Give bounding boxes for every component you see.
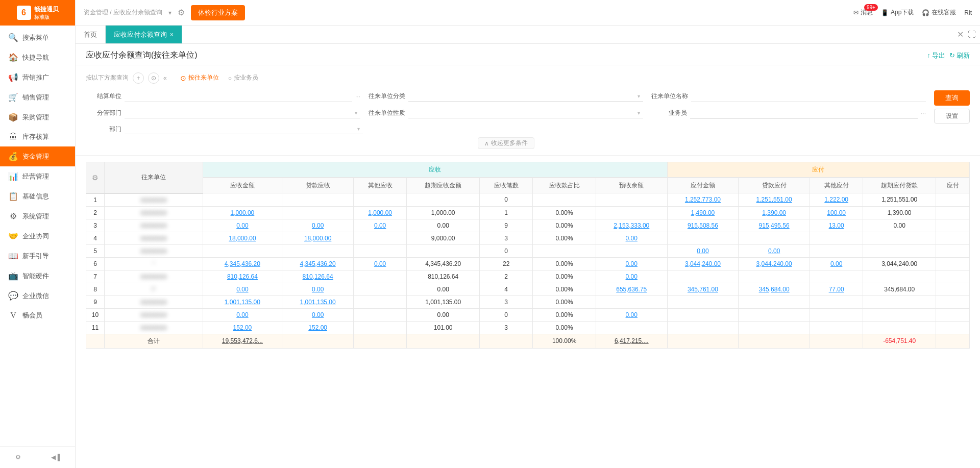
sidebar-item-marketing[interactable]: 📢 营销推广 (0, 67, 75, 87)
cell-link[interactable]: 0.00 (626, 260, 638, 267)
salesman-input[interactable] (690, 107, 918, 119)
row-rec-other (353, 232, 406, 244)
cell-link[interactable]: 0.00 (626, 311, 638, 318)
cell-link[interactable]: 3,044,240.00 (756, 260, 792, 267)
cell-link[interactable]: 1,001,135.00 (225, 299, 260, 306)
cell-link[interactable]: 1,000.00 (368, 209, 392, 216)
cell-link[interactable]: 1,390.00 (762, 209, 786, 216)
partner-category-select[interactable]: ▾ (408, 91, 643, 102)
cell-link[interactable]: 18,000.00 (304, 235, 331, 242)
tab-close-all-icon[interactable]: ✕ (957, 30, 964, 39)
sidebar-item-guide[interactable]: 📖 新手引导 (0, 246, 75, 266)
sidebar-item-system[interactable]: ⚙ 系统管理 (0, 206, 75, 226)
cell-link[interactable]: 0.00 (374, 260, 386, 267)
cell-link[interactable]: 18,000.00 (229, 235, 256, 242)
cell-link[interactable]: 0.00 (830, 260, 842, 267)
cell-link[interactable]: 0.00 (312, 286, 324, 293)
cell-link[interactable]: 655,636.75 (616, 286, 647, 293)
cell-link[interactable]: 0.00 (768, 248, 780, 255)
sidebar-collapse-btn[interactable]: ◀▐ (46, 451, 65, 464)
collapse-button[interactable]: ∧ 收起更多条件 (478, 137, 534, 149)
sidebar-item-member[interactable]: V 畅会员 (0, 306, 75, 325)
cell-link[interactable]: 3,044,240.00 (685, 260, 721, 267)
filter-collapse-button[interactable]: « (163, 75, 167, 82)
dept-manage-select[interactable]: ▾ (125, 108, 360, 118)
row-rec-prepay (596, 244, 667, 257)
cell-link[interactable]: 0.00 (236, 222, 248, 229)
sidebar-item-collab[interactable]: 🤝 企业协同 (0, 226, 75, 246)
cell-link[interactable]: 915,495.56 (759, 222, 790, 229)
settlement-ellipsis-icon[interactable]: ··· (355, 93, 360, 100)
cell-link[interactable]: 1,000.00 (231, 209, 255, 216)
cell-link[interactable]: 1,252,773.00 (685, 196, 721, 203)
cell-link[interactable]: 0.00 (697, 248, 708, 255)
dept-select[interactable]: ▾ (125, 124, 363, 134)
sidebar-item-hardware[interactable]: 📺 智能硬件 (0, 266, 75, 286)
app-download-button[interactable]: 📱 App下载 (881, 8, 914, 17)
sidebar-item-finance[interactable]: 💰 资金管理 (0, 146, 75, 166)
salesman-ellipsis-icon[interactable]: ··· (921, 110, 926, 117)
row-rec-overdue: 101.00 (407, 321, 480, 334)
settlement-input[interactable] (125, 90, 352, 102)
query-button[interactable]: 查询 (934, 90, 970, 106)
header-gear-icon[interactable]: ⚙ (178, 8, 185, 17)
cell-link[interactable]: 0.00 (626, 235, 638, 242)
cell-link[interactable]: 1,490.00 (691, 209, 715, 216)
sidebar-item-wechat[interactable]: 💬 企业微信 (0, 286, 75, 306)
cell-link[interactable]: 345,684.00 (759, 286, 790, 293)
cell-link[interactable]: 0.00 (236, 311, 248, 318)
cell-link[interactable]: 0.00 (626, 273, 638, 280)
sidebar-item-nav[interactable]: 🏠 快捷导航 (0, 47, 75, 67)
cell-link[interactable]: 345,761.00 (688, 286, 718, 293)
cell-link[interactable]: 152.00 (233, 324, 252, 331)
cell-link[interactable]: 77.00 (829, 286, 844, 293)
row-pay-other (810, 308, 863, 321)
sidebar-item-sales[interactable]: 🛒 销售管理 (0, 87, 75, 107)
sidebar-item-inventory[interactable]: 🏛 库存核算 (0, 127, 75, 146)
user-menu[interactable]: Rit (964, 9, 972, 16)
solution-button[interactable]: 体验行业方案 (191, 5, 245, 20)
filter-scheme-partner[interactable]: ⊙ 按往来单位 (175, 71, 224, 84)
tab-expand-icon[interactable]: ⛶ (968, 30, 976, 39)
tab-receivable[interactable]: 应收应付余额查询 × (106, 26, 182, 43)
online-service-button[interactable]: 🎧 在线客服 (922, 8, 956, 17)
cell-link[interactable]: 0.00 (312, 311, 324, 318)
cell-link[interactable]: 0.00 (236, 286, 248, 293)
tab-home[interactable]: 首页 (76, 26, 106, 43)
table-settings-icon[interactable]: ⚙ (92, 174, 99, 182)
message-button[interactable]: ✉ 消息 99+ (853, 8, 873, 17)
cell-link[interactable]: 0.00 (374, 222, 386, 229)
row-pay-other (810, 244, 863, 257)
cell-link[interactable]: 4,345,436.20 (300, 260, 336, 267)
cell-link[interactable]: 1,001,135.00 (300, 299, 336, 306)
filter-scheme-salesman[interactable]: ○ 按业务员 (228, 73, 258, 82)
footer-rec-amount[interactable]: 19,553,472,6... (203, 334, 282, 348)
cell-link[interactable]: 1,222.00 (824, 196, 848, 203)
cell-link[interactable]: 0.00 (312, 222, 324, 229)
cell-link[interactable]: 915,508.56 (688, 222, 718, 229)
cell-link[interactable]: 152.00 (308, 324, 327, 331)
export-button[interactable]: ↑ 导出 (927, 51, 946, 60)
footer-rec-prepay[interactable]: 6,417,215.... (596, 334, 667, 348)
row-partner: P (105, 283, 203, 295)
tab-close-icon[interactable]: × (170, 31, 174, 38)
settings-button[interactable]: 设置 (934, 109, 970, 124)
breadcrumb-dropdown-icon[interactable]: ▾ (168, 9, 172, 16)
cell-link[interactable]: 810,126.64 (303, 273, 333, 280)
cell-link[interactable]: 4,345,436.20 (225, 260, 260, 267)
filter-add-button[interactable]: + (133, 72, 144, 84)
cell-link[interactable]: 13.00 (829, 222, 844, 229)
filter-scheme-settings[interactable]: ⊙ (148, 72, 159, 84)
cell-link[interactable]: 2,153,333.00 (614, 222, 649, 229)
cell-link[interactable]: 100.00 (827, 209, 846, 216)
partner-name-input[interactable] (691, 90, 926, 102)
sidebar-item-basic[interactable]: 📋 基础信息 (0, 186, 75, 206)
cell-link[interactable]: 1,251,551.00 (756, 196, 792, 203)
cell-link[interactable]: 810,126.64 (227, 273, 258, 280)
sidebar-settings-btn[interactable]: ⚙ (10, 451, 26, 464)
sidebar-item-purchase[interactable]: 📦 采购管理 (0, 107, 75, 127)
sidebar-item-management[interactable]: 📊 经营管理 (0, 166, 75, 186)
sidebar-item-search[interactable]: 🔍 搜索菜单 (0, 28, 75, 47)
refresh-button[interactable]: ↻ 刷新 (949, 51, 970, 60)
partner-nature-select[interactable]: ▾ (408, 108, 643, 118)
